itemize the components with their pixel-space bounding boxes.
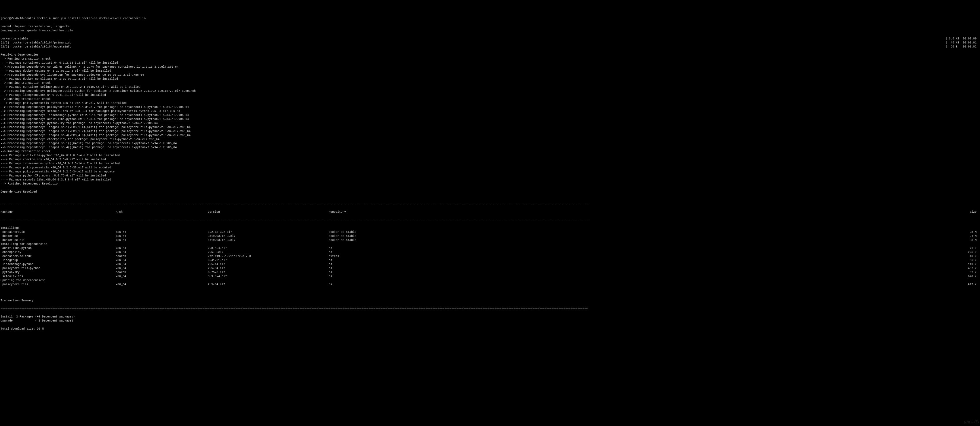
cell-package: docker-ce-cli: [1, 238, 116, 242]
cell-package: docker-ce: [1, 234, 116, 238]
dependency-line: --> Running transaction check: [1, 57, 979, 61]
cell-arch: x86_64: [116, 250, 208, 254]
dependency-line: ---> Package containerd.io.x86_64 0:1.2.…: [1, 61, 979, 65]
dependency-line: --> Running transaction check: [1, 97, 979, 101]
table-row: docker-ce-clix86_641:19.03.12-3.el7docke…: [1, 238, 979, 242]
table-row: policycoreutils-pythonx86_642.5-34.el7os…: [1, 267, 979, 270]
cell-arch: x86_64: [116, 283, 208, 287]
shell-prompt: [root@VM-0-16-centos docker]#: [1, 17, 52, 20]
cell-arch: x86_64: [116, 238, 208, 242]
cell-arch: x86_64: [116, 275, 208, 279]
cell-version: 2.5-34.el7: [208, 283, 329, 287]
dependency-line: --> Finished Dependency Resolution: [1, 182, 979, 186]
repo-name: (1/2): docker-ce-stable/x86_64/primary_d…: [1, 41, 945, 45]
header-arch: Arch: [116, 210, 208, 214]
repo-name: (2/2): docker-ce-stable/x86_64/updateinf…: [1, 45, 945, 49]
table-header: Package Arch Version Repository Size: [1, 210, 979, 214]
dependency-line: --> Processing Dependency: libqpol.so.1(…: [1, 126, 979, 130]
summary-line: Install 3 Packages (+8 Dependent package…: [1, 315, 979, 319]
dependency-line: ---> Package policycoreutils.x86_64 0:2.…: [1, 170, 979, 174]
dependency-line: [1, 186, 979, 190]
header-version: Version: [208, 210, 329, 214]
table-row: libcgroupx86_640.41-21.el7os66 k: [1, 259, 979, 262]
cell-package: containerd.io: [1, 230, 116, 234]
cell-arch: noarch: [116, 254, 208, 259]
cell-arch: x86_64: [116, 246, 208, 250]
cell-repository: docker-ce-stable: [329, 230, 435, 234]
cell-size: 40 k: [435, 254, 979, 259]
cell-size: 76 k: [435, 246, 979, 250]
cell-size: 457 k: [435, 267, 979, 270]
cell-package: container-selinux: [1, 254, 116, 259]
cell-arch: x86_64: [116, 267, 208, 270]
cell-size: 38 M: [435, 238, 979, 242]
cell-package: policycoreutils: [1, 283, 116, 287]
cell-size: 295 k: [435, 250, 979, 254]
cell-version: 3:19.03.12-3.el7: [208, 234, 329, 238]
cell-package: python-IPy: [1, 270, 116, 275]
cell-repository: os: [329, 283, 435, 287]
cell-repository: os: [329, 262, 435, 267]
dependency-line: --> Processing Dependency: setools-libs …: [1, 110, 979, 113]
cell-package: audit-libs-python: [1, 246, 116, 250]
dependency-line: --> Processing Dependency: libqpol.so.1(…: [1, 130, 979, 134]
command-line: [root@VM-0-16-centos docker]# sudo yum i…: [1, 17, 979, 21]
cell-repository: os: [329, 259, 435, 262]
dependency-line: ---> Package python-IPy.noarch 0:0.75-6.…: [1, 174, 979, 178]
table-row: policycoreutilsx86_642.5-34.el7os917 k: [1, 283, 979, 287]
dependency-line: --> Processing Dependency: libqpol.so.1(…: [1, 141, 979, 146]
cell-package: libsemanage-python: [1, 262, 116, 267]
cell-version: 2.8.5-4.el7: [208, 246, 329, 250]
dependency-line: --> Running transaction check: [1, 81, 979, 85]
dependency-line: --> Processing Dependency: libsemanage-p…: [1, 113, 979, 118]
cell-package: checkpolicy: [1, 250, 116, 254]
dependency-line: ---> Package libcgroup.x86_64 0:0.41-21.…: [1, 93, 979, 97]
repo-name: docker-ce-stable: [1, 37, 945, 41]
section-title: Updating for dependencies:: [1, 279, 979, 283]
table-row: libsemanage-pythonx86_642.5-14.el7os113 …: [1, 262, 979, 267]
cell-version: 1.2.13-3.2.el7: [208, 230, 329, 234]
download-progress-line: (2/2): docker-ce-stable/x86_64/updateinf…: [1, 45, 979, 49]
header-size: Size: [435, 210, 979, 214]
table-row: checkpolicyx86_642.5-8.el7os295 k: [1, 250, 979, 254]
dependency-line: --> Processing Dependency: policycoreuti…: [1, 105, 979, 110]
cell-arch: x86_64: [116, 262, 208, 267]
cell-size: 32 k: [435, 270, 979, 275]
section-title: Installing for dependencies:: [1, 242, 979, 246]
cell-version: 2.5-14.el7: [208, 262, 329, 267]
dependency-line: Resolving Dependencies: [1, 53, 979, 57]
table-row: containerd.iox86_641.2.13-3.2.el7docker-…: [1, 230, 979, 234]
cell-repository: os: [329, 250, 435, 254]
header-package: Package: [1, 210, 116, 214]
table-row: python-IPynoarch0.75-6.el7os32 k: [1, 270, 979, 275]
cell-arch: x86_64: [116, 234, 208, 238]
header-repository: Repository: [329, 210, 435, 214]
cell-package: setools-libs: [1, 275, 116, 279]
summary-title: Transaction Summary: [1, 299, 979, 303]
dependency-line: [1, 194, 979, 198]
dependency-line: ---> Package checkpolicy.x86_64 0:2.5-8.…: [1, 158, 979, 162]
cell-version: 0.75-6.el7: [208, 270, 329, 275]
cell-repository: extras: [329, 254, 435, 259]
cell-version: 2.5-8.el7: [208, 250, 329, 254]
dependency-line: ---> Package container-selinux.noarch 2:…: [1, 85, 979, 89]
cell-version: 2.5-34.el7: [208, 267, 329, 270]
cell-size: 620 k: [435, 275, 979, 279]
dependency-line: ---> Package policycoreutils-python.x86_…: [1, 101, 979, 105]
output-line: Loading mirror speeds from cached hostfi…: [1, 29, 979, 33]
cell-arch: noarch: [116, 270, 208, 275]
download-stats: | 3.5 kB 00:00:00: [945, 37, 979, 41]
cell-package: libcgroup: [1, 259, 116, 262]
table-row: setools-libsx86_643.3.8-4.el7os620 k: [1, 275, 979, 279]
cell-repository: docker-ce-stable: [329, 234, 435, 238]
table-row: container-selinuxnoarch2:2.119.2-1.911c7…: [1, 254, 979, 259]
cell-size: 24 M: [435, 234, 979, 238]
download-stats: | 45 kB 00:00:01: [945, 41, 979, 45]
cell-repository: os: [329, 275, 435, 279]
cell-repository: os: [329, 270, 435, 275]
cell-arch: x86_64: [116, 230, 208, 234]
dependency-line: --> Processing Dependency: policycoreuti…: [1, 89, 979, 93]
download-progress-line: docker-ce-stable| 3.5 kB 00:00:00: [1, 37, 979, 41]
dependency-line: ---> Package setools-libs.x86_64 0:3.3.8…: [1, 178, 979, 182]
cell-repository: docker-ce-stable: [329, 238, 435, 242]
